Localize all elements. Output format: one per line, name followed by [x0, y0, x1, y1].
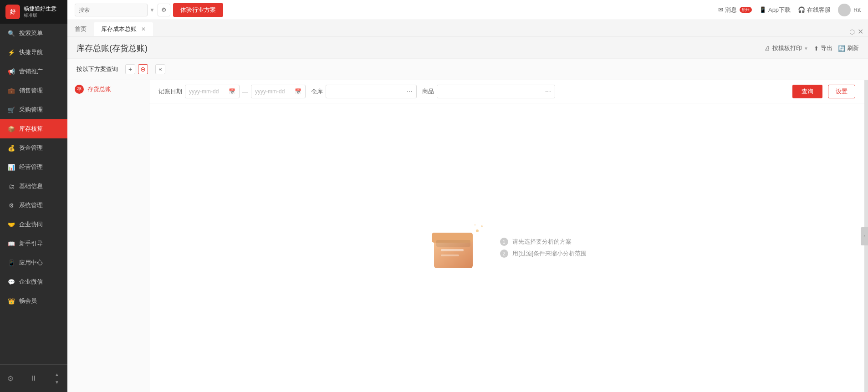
- scroll-up-btn[interactable]: ▲: [54, 371, 60, 378]
- sidebar-item-quick-nav[interactable]: ⚡ 快捷导航: [0, 43, 67, 62]
- app-center-icon: 📱: [7, 259, 15, 267]
- warehouse-select[interactable]: ···: [326, 85, 417, 98]
- date-end-input[interactable]: yyyy-mm-dd 📅: [251, 85, 306, 98]
- warehouse-label: 仓库: [311, 87, 323, 96]
- message-btn[interactable]: ✉ 消息 99+: [718, 6, 752, 14]
- sidebar-item-enterprise[interactable]: 🤝 企业协同: [0, 215, 67, 234]
- filter-area: 按以下方案查询 + ⊖ «: [67, 59, 868, 80]
- settings-btn[interactable]: 设置: [828, 85, 855, 98]
- query-btn[interactable]: 查询: [792, 85, 822, 98]
- wechat-icon: 💬: [7, 278, 15, 286]
- svg-rect-5: [441, 255, 459, 256]
- date-start-input[interactable]: yyyy-mm-dd 📅: [185, 85, 240, 98]
- calendar-start-icon[interactable]: 📅: [229, 88, 235, 95]
- settings-icon-btn[interactable]: ⚙: [7, 374, 14, 383]
- user-area[interactable]: Rit: [838, 4, 861, 16]
- system-icon: ⚙: [7, 201, 15, 209]
- empty-inner: 1 请先选择要分析的方案 2 用[过滤]条件来缩小分析范围: [427, 223, 587, 273]
- hint1: 1 请先选择要分析的方案: [500, 236, 587, 248]
- topbar-search-input[interactable]: [75, 4, 148, 16]
- message-icon: ✉: [718, 6, 723, 13]
- sidebar-item-wechat[interactable]: 💬 企业微信: [0, 272, 67, 291]
- sales-icon: 💼: [7, 87, 15, 95]
- inventory-icon: 📦: [7, 125, 15, 133]
- sidebar-item-operations[interactable]: 📊 经营管理: [0, 158, 67, 177]
- tab-bar: 首页 库存成本总账 ✕ ⬡ ✕: [67, 20, 868, 36]
- filter-collapse-btn[interactable]: «: [155, 64, 165, 74]
- online-service-btn[interactable]: 🎧 在线客服: [798, 6, 831, 14]
- sidebar-footer: ⚙ ⏸ ▲ ▼: [0, 364, 67, 392]
- svg-rect-4: [441, 249, 464, 251]
- collapse-btn[interactable]: ⏸: [30, 374, 37, 382]
- refresh-btn[interactable]: 🔄 刷新: [838, 44, 859, 52]
- sidebar-item-inventory[interactable]: 📦 库存核算: [0, 119, 67, 138]
- user-name: Rit: [853, 6, 861, 13]
- main-area: ▼ ⚙ 体验行业方案 ✉ 消息 99+ 📱 App下载 🎧 在线客服 Rit: [67, 0, 868, 392]
- industry-btn[interactable]: 体验行业方案: [173, 3, 223, 17]
- vip-icon: 👑: [7, 297, 15, 305]
- panel-toggle-area: ⬡ ✕: [845, 27, 868, 36]
- scheme-panel: 存 存货总账: [67, 80, 149, 392]
- product-more-icon[interactable]: ···: [545, 87, 551, 96]
- tab-home[interactable]: 首页: [67, 22, 94, 36]
- print-dropdown-icon[interactable]: ▼: [804, 46, 808, 51]
- logo-icon: 好: [5, 5, 20, 19]
- sidebar-scroll: ▲ ▼: [54, 369, 60, 387]
- headset-icon: 🎧: [798, 6, 805, 13]
- purchase-icon: 🛒: [7, 106, 15, 114]
- scheme-item-inventory[interactable]: 存 存货总账: [67, 80, 149, 98]
- marketing-icon: 📢: [7, 67, 15, 76]
- app-logo: 好 畅捷通好生意 标准版: [0, 0, 67, 24]
- warehouse-more-icon[interactable]: ···: [407, 87, 413, 96]
- download-icon: 📱: [759, 6, 766, 13]
- sidebar-item-purchase[interactable]: 🛒 采购管理: [0, 100, 67, 119]
- sidebar-item-finance[interactable]: 💰 资金管理: [0, 138, 67, 158]
- sidebar-item-vip[interactable]: 👑 畅会员: [0, 291, 67, 311]
- product-filter-field: 商品 ···: [422, 85, 555, 98]
- sidebar-item-base-info[interactable]: 🗂 基础信息: [0, 177, 67, 196]
- calendar-end-icon[interactable]: 📅: [295, 88, 301, 95]
- page-header: 库存总账(存货总账) 🖨 按模板打印 ▼ ⬆ 导出 🔄 刷新: [67, 36, 868, 59]
- enterprise-icon: 🤝: [7, 220, 15, 229]
- operations-icon: 📊: [7, 163, 15, 171]
- sidebar-item-sales[interactable]: 💼 销售管理: [0, 81, 67, 100]
- print-icon: 🖨: [765, 45, 771, 52]
- user-avatar: [838, 4, 851, 16]
- page-actions: 🖨 按模板打印 ▼ ⬆ 导出 🔄 刷新: [765, 44, 859, 52]
- topbar-gear-btn[interactable]: ⚙: [158, 4, 170, 16]
- print-btn[interactable]: 🖨 按模板打印 ▼: [765, 44, 808, 52]
- page-title: 库存总账(存货总账): [77, 43, 148, 54]
- warehouse-filter-field: 仓库 ···: [311, 85, 417, 98]
- export-btn[interactable]: ⬆ 导出: [814, 44, 832, 52]
- sidebar-item-marketing[interactable]: 📢 营销推广: [0, 62, 67, 81]
- quick-nav-icon: ⚡: [7, 48, 15, 56]
- product-select[interactable]: ···: [437, 85, 555, 98]
- sidebar-item-guide[interactable]: 📖 新手引导: [0, 234, 67, 253]
- date-separator: —: [242, 88, 248, 95]
- content-body: 存 存货总账 记账日期 yyyy-mm-dd 📅 — yyyy-mm-dd 📅: [67, 80, 868, 392]
- svg-rect-3: [436, 240, 470, 247]
- topbar-right: ✉ 消息 99+ 📱 App下载 🎧 在线客服 Rit: [718, 4, 861, 16]
- topbar-search-area: ▼ ⚙ 体验行业方案: [75, 3, 715, 17]
- sidebar-item-app-center[interactable]: 📱 应用中心: [0, 253, 67, 272]
- export-icon: ⬆: [814, 45, 819, 52]
- search-icon: 🔍: [7, 29, 15, 37]
- panel-expand-btn[interactable]: ⬡: [849, 28, 855, 36]
- right-panel-toggle-btn[interactable]: ‹: [861, 227, 868, 245]
- empty-illustration: [427, 223, 486, 273]
- scroll-down-btn[interactable]: ▼: [54, 379, 60, 386]
- search-dropdown-btn[interactable]: ▼: [149, 7, 155, 13]
- tab-close-btn[interactable]: ✕: [141, 26, 146, 32]
- sidebar-item-system[interactable]: ⚙ 系统管理: [0, 196, 67, 215]
- filter-remove-btn[interactable]: ⊖: [138, 64, 148, 74]
- date-filter-field: 记账日期 yyyy-mm-dd 📅 — yyyy-mm-dd 📅: [158, 85, 306, 98]
- logo-text: 畅捷通好生意 标准版: [24, 5, 56, 19]
- app-download-btn[interactable]: 📱 App下载: [759, 6, 791, 14]
- topbar: ▼ ⚙ 体验行业方案 ✉ 消息 99+ 📱 App下载 🎧 在线客服 Rit: [67, 0, 868, 20]
- empty-svg: [427, 223, 486, 273]
- panel-close-btn[interactable]: ✕: [858, 27, 863, 36]
- sidebar-item-search[interactable]: 🔍 搜索菜单: [0, 24, 67, 43]
- filter-add-btn[interactable]: +: [125, 64, 135, 74]
- tab-inventory-ledger[interactable]: 库存成本总账 ✕: [94, 22, 153, 36]
- refresh-icon: 🔄: [838, 45, 845, 52]
